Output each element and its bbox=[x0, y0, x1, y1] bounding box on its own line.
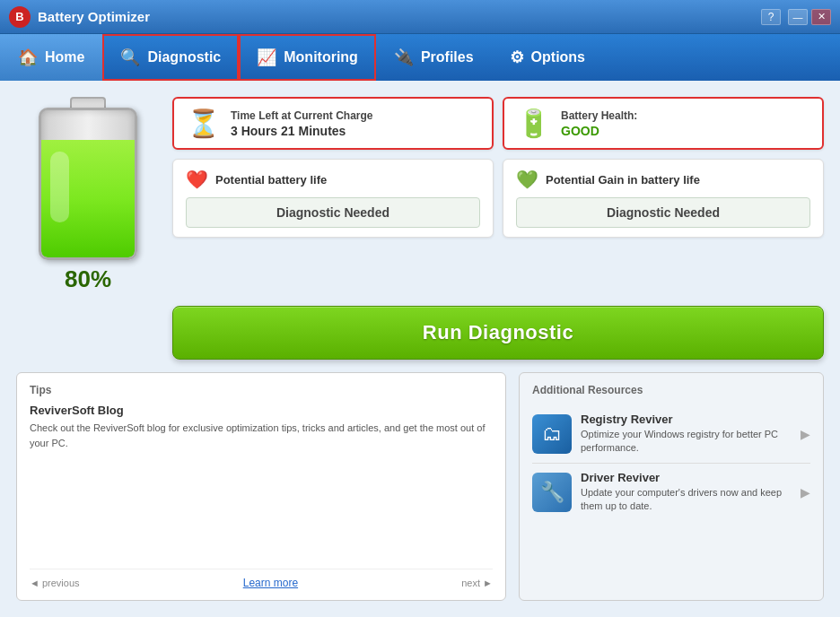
learn-more-link[interactable]: Learn more bbox=[243, 577, 298, 589]
app-title: Battery Optimizer bbox=[38, 9, 761, 24]
battery-health-icon: 🔋 bbox=[517, 108, 550, 139]
potential-gain-title: Potential Gain in battery life bbox=[546, 173, 700, 187]
driver-reviver-icon: 🔧 bbox=[532, 473, 572, 512]
battery-tip bbox=[70, 97, 106, 108]
driver-reviver-info: Driver Reviver Update your computer's dr… bbox=[581, 471, 792, 514]
profiles-icon: 🔌 bbox=[394, 48, 414, 67]
nav-home[interactable]: 🏠 Home bbox=[0, 34, 102, 81]
resource-registry-reviver[interactable]: 🗂 Registry Reviver Optimize your Windows… bbox=[532, 405, 810, 464]
hourglass-icon: ⏳ bbox=[187, 108, 220, 139]
battery-visual: 80% bbox=[16, 97, 160, 293]
tips-nav: ◄ previous Learn more next ► bbox=[30, 569, 493, 589]
potential-battery-life-header: ❤️ Potential battery life bbox=[186, 169, 480, 190]
resources-header: Additional Resources bbox=[532, 384, 810, 396]
diagnostic-icon: 🔍 bbox=[120, 48, 140, 67]
nav-diagnostic-label: Diagnostic bbox=[147, 49, 221, 65]
battery-shine bbox=[50, 152, 69, 222]
time-left-card: ⏳ Time Left at Current Charge 3 Hours 21… bbox=[172, 97, 494, 150]
driver-reviver-arrow: ▶ bbox=[801, 485, 810, 500]
battery-outer bbox=[39, 108, 137, 260]
nav-profiles-label: Profiles bbox=[421, 49, 474, 65]
time-left-value: 3 Hours 21 Minutes bbox=[231, 124, 372, 138]
resource-driver-reviver[interactable]: 🔧 Driver Reviver Update your computer's … bbox=[532, 464, 810, 521]
nav-profiles[interactable]: 🔌 Profiles bbox=[376, 34, 492, 81]
potential-battery-diagnostic: Diagnostic Needed bbox=[186, 197, 480, 228]
registry-reviver-title: Registry Reviver bbox=[581, 413, 792, 426]
registry-reviver-icon: 🗂 bbox=[532, 414, 572, 454]
bottom-row: Tips ReviverSoft Blog Check out the Revi… bbox=[16, 372, 824, 601]
tips-prev-button[interactable]: ◄ previous bbox=[30, 578, 80, 588]
battery-health-card: 🔋 Battery Health: GOOD bbox=[503, 97, 824, 150]
time-left-label: Time Left at Current Charge bbox=[231, 109, 372, 122]
resources-panel: Additional Resources 🗂 Registry Reviver … bbox=[519, 372, 824, 601]
stats-row: 80% ⏳ Time Left at Current Charge 3 Hour… bbox=[16, 97, 824, 293]
potential-row: ❤️ Potential battery life Diagnostic Nee… bbox=[172, 159, 824, 238]
battery-health-info: Battery Health: GOOD bbox=[561, 109, 637, 138]
nav-bar: 🏠 Home 🔍 Diagnostic 📈 Monitoring 🔌 Profi… bbox=[0, 34, 840, 81]
title-bar: B Battery Optimizer ? — ✕ bbox=[0, 0, 840, 34]
app-logo: B bbox=[9, 6, 31, 28]
close-button[interactable]: ✕ bbox=[811, 9, 831, 25]
tips-panel: Tips ReviverSoft Blog Check out the Revi… bbox=[16, 372, 506, 601]
tips-next-button[interactable]: next ► bbox=[461, 578, 493, 588]
nav-monitoring-label: Monitoring bbox=[284, 49, 358, 65]
stats-cards: ⏳ Time Left at Current Charge 3 Hours 21… bbox=[172, 97, 824, 293]
battery-percentage: 80% bbox=[65, 265, 111, 293]
tip-title: ReviverSoft Blog bbox=[30, 404, 493, 417]
tip-text: Check out the ReviverSoft blog for exclu… bbox=[30, 421, 493, 560]
nav-home-label: Home bbox=[45, 49, 84, 65]
run-diagnostic-button[interactable]: Run Diagnostic bbox=[172, 306, 824, 360]
monitoring-icon: 📈 bbox=[257, 48, 276, 67]
potential-battery-life-title: Potential battery life bbox=[215, 173, 327, 187]
options-icon: ⚙ bbox=[510, 48, 524, 67]
battery-health-value: GOOD bbox=[561, 124, 637, 138]
battery-health-label: Battery Health: bbox=[561, 109, 637, 122]
potential-gain-header: 💚 Potential Gain in battery life bbox=[516, 169, 810, 190]
registry-reviver-desc: Optimize your Windows registry for bette… bbox=[581, 428, 792, 456]
driver-reviver-desc: Update your computer's drivers now and k… bbox=[581, 486, 792, 514]
registry-reviver-arrow: ▶ bbox=[801, 427, 810, 441]
potential-battery-life-card: ❤️ Potential battery life Diagnostic Nee… bbox=[172, 159, 494, 238]
tips-header: Tips bbox=[30, 384, 493, 396]
window-controls: — ✕ bbox=[788, 9, 831, 25]
time-left-info: Time Left at Current Charge 3 Hours 21 M… bbox=[231, 109, 372, 138]
battery-fill bbox=[41, 140, 135, 257]
stats-top: ⏳ Time Left at Current Charge 3 Hours 21… bbox=[172, 97, 824, 150]
home-icon: 🏠 bbox=[18, 48, 38, 67]
nav-monitoring[interactable]: 📈 Monitoring bbox=[239, 34, 376, 81]
potential-gain-diagnostic: Diagnostic Needed bbox=[516, 197, 810, 228]
registry-reviver-info: Registry Reviver Optimize your Windows r… bbox=[581, 413, 792, 456]
nav-options[interactable]: ⚙ Options bbox=[492, 34, 603, 81]
nav-options-label: Options bbox=[531, 49, 585, 65]
potential-gain-card: 💚 Potential Gain in battery life Diagnos… bbox=[503, 159, 824, 238]
heart-icon: ❤️ bbox=[186, 169, 208, 190]
driver-reviver-title: Driver Reviver bbox=[581, 471, 792, 484]
nav-diagnostic[interactable]: 🔍 Diagnostic bbox=[102, 34, 239, 81]
main-content: 80% ⏳ Time Left at Current Charge 3 Hour… bbox=[0, 81, 840, 617]
help-button[interactable]: ? bbox=[761, 9, 781, 25]
heart-plus-icon: 💚 bbox=[516, 169, 538, 190]
minimize-button[interactable]: — bbox=[788, 9, 808, 25]
